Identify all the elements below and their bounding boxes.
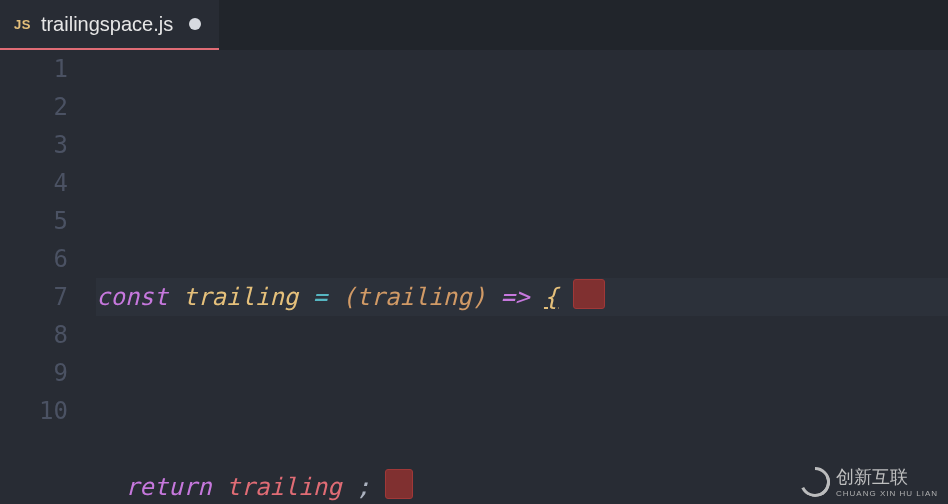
line-number: 10	[0, 392, 68, 430]
line-number-gutter: 12345678910	[0, 50, 96, 504]
punct-rparen: )	[472, 283, 486, 311]
unsaved-indicator-icon	[189, 18, 201, 30]
identifier-param: trailing	[356, 283, 472, 311]
line-number: 3	[0, 126, 68, 164]
js-file-icon: JS	[14, 17, 31, 32]
identifier-use: trailing	[226, 473, 342, 501]
line-number: 6	[0, 240, 68, 278]
trailing-whitespace-marker	[385, 469, 413, 499]
tab-filename: trailingspace.js	[41, 13, 173, 36]
tab-bar: JS trailingspace.js	[0, 0, 948, 50]
watermark-logo-icon	[800, 467, 830, 497]
identifier-def: trailing	[183, 283, 299, 311]
line-number: 2	[0, 88, 68, 126]
keyword-const: const	[96, 283, 168, 311]
line-number: 8	[0, 316, 68, 354]
watermark: 创新互联 CHUANG XIN HU LIAN	[800, 465, 938, 498]
watermark-sub: CHUANG XIN HU LIAN	[836, 489, 938, 498]
line-number: 5	[0, 202, 68, 240]
punct-semi: ;	[356, 473, 370, 501]
code-area[interactable]: const trailing = (trailing) => { return …	[96, 50, 948, 504]
line-number: 9	[0, 354, 68, 392]
code-line[interactable]: const trailing = (trailing) => {	[96, 278, 948, 316]
punct-lbrace: {	[544, 283, 558, 311]
code-editor[interactable]: 12345678910 const trailing = (trailing) …	[0, 50, 948, 504]
keyword-return: return	[125, 473, 212, 501]
line-number: 1	[0, 50, 68, 88]
arrow-operator: =>	[501, 283, 530, 311]
line-number: 7	[0, 278, 68, 316]
watermark-brand: 创新互联	[836, 467, 908, 487]
operator-eq: =	[313, 283, 327, 311]
file-tab[interactable]: JS trailingspace.js	[0, 0, 219, 50]
punct-lparen: (	[342, 283, 356, 311]
line-number: 4	[0, 164, 68, 202]
trailing-whitespace-marker	[573, 279, 605, 309]
